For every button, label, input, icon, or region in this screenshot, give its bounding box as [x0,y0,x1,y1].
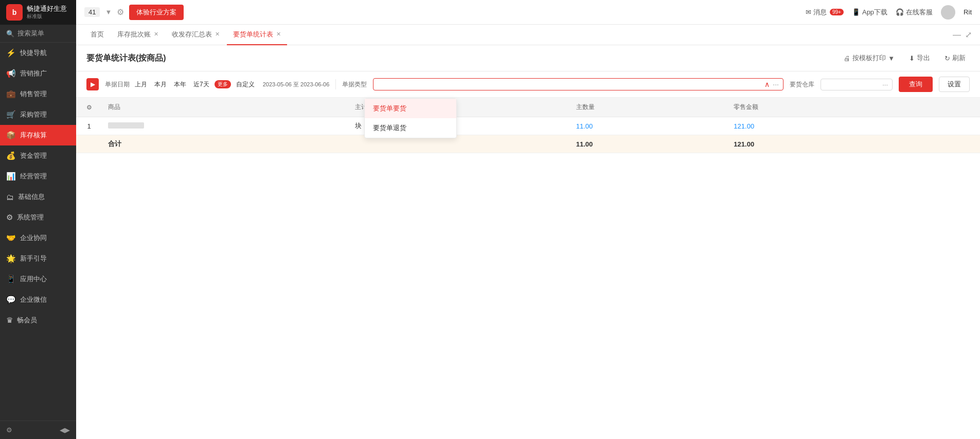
tab-inventory-batch[interactable]: 库存批次账 ✕ [111,25,165,45]
search-icon: 🔍 [6,30,14,38]
sidebar-item-basic-info[interactable]: 🗂 基础信息 [0,187,76,207]
tab-order-stats[interactable]: 要货单统计表 ✕ [227,25,287,45]
tab-receive-send[interactable]: 收发存汇总表 ✕ [166,25,226,45]
print-arrow-icon: ▼ [888,54,895,62]
content-area: 要货单统计表(按商品) 🖨 按模板打印 ▼ ⬇ 导出 ↻ 刷新 ▶ [76,45,980,439]
date-more-btn[interactable]: 更多 [215,80,231,88]
tab-home[interactable]: 首页 [84,25,110,45]
table-wrap: ⚙ 商品 主计量单位 主数量 零售金额 1 块 [76,98,980,439]
finance-icon: 💰 [6,151,16,160]
operations-icon: 📊 [6,172,16,181]
quick-nav-icon: ⚡ [6,48,16,58]
tab-label: 库存批次账 [117,30,151,39]
dropdown-item-yaohuo[interactable]: 要货单要货 [365,99,456,118]
tabs-actions: — ⤢ [953,30,972,40]
avatar[interactable] [941,5,955,20]
tab-close-icon[interactable]: ✕ [154,31,158,38]
sidebar-item-enterprise[interactable]: 🤝 企业协同 [0,228,76,248]
tab-count: 41 [84,7,100,17]
collapse-icon[interactable]: ◀▶ [60,426,70,434]
sidebar-nav: ⚡ 快捷导航 📢 营销推广 💼 销售管理 🛒 采购管理 📦 库存核算 💰 资金管… [0,43,76,420]
th-amount: 零售金额 [727,98,917,117]
filter-expand-btn[interactable]: ▶ [86,78,99,90]
purchase-icon: 🛒 [6,110,16,119]
app-download-btn[interactable]: 📱 App下载 [852,8,887,17]
filter-divider [335,79,336,89]
date-this-year[interactable]: 本年 [172,79,188,90]
table-footer-row: 合计 11.00 121.00 [76,135,980,153]
date-prev-month[interactable]: 上月 [133,79,149,90]
page-actions: 🖨 按模板打印 ▼ ⬇ 导出 ↻ 刷新 [840,51,970,65]
wechat-icon: 💬 [6,295,16,304]
sidebar-header: b 畅捷通好生意 标准版 [0,0,76,25]
refresh-label: 刷新 [952,53,966,63]
sidebar-search[interactable]: 🔍 搜索菜单 [0,25,76,43]
th-extra [917,98,980,117]
sidebar-item-guide[interactable]: 🌟 新手引导 [0,248,76,269]
sidebar-item-inventory[interactable]: 📦 库存核算 [0,125,76,145]
date-range: 2023-05-06 至 2023-06-06 [263,81,330,88]
guide-icon: 🌟 [6,254,16,263]
sidebar-item-sales[interactable]: 💼 销售管理 [0,84,76,104]
tab-close-icon[interactable]: ✕ [276,31,281,38]
sidebar-item-purchase[interactable]: 🛒 采购管理 [0,104,76,125]
refresh-btn[interactable]: ↻ 刷新 [940,51,970,65]
basic-info-icon: 🗂 [6,193,14,202]
sidebar-item-system[interactable]: ⚙ 系统管理 [0,207,76,228]
sidebar-item-label: 经营管理 [20,172,47,181]
tabs-expand-icon[interactable]: ⤢ [965,30,972,40]
print-template-btn[interactable]: 🖨 按模板打印 ▼ [840,51,899,65]
td-amount: 121.00 [727,117,917,135]
th-product: 商品 [102,98,349,117]
type-select-more-icon[interactable]: ··· [773,80,779,88]
sidebar-item-wechat[interactable]: 💬 企业微信 [0,289,76,310]
dropdown-arrow-icon[interactable]: ▼ [105,8,112,16]
dropdown-item-tuihuo[interactable]: 要货单退货 [365,118,456,138]
export-icon: ⬇ [909,54,915,62]
page-title: 要货单统计表(按商品) [86,53,166,64]
app-subtitle: 标准版 [27,13,67,20]
date-last-7-days[interactable]: 近7天 [191,79,211,90]
sidebar-item-app-center[interactable]: 📱 应用中心 [0,269,76,289]
message-btn[interactable]: ✉ 消息 99+ [806,8,844,17]
inventory-icon: 📦 [6,131,16,140]
trial-btn[interactable]: 体验行业方案 [129,5,184,20]
th-settings[interactable]: ⚙ [76,98,102,117]
warehouse-label: 要货仓库 [790,80,814,89]
topbar-settings-icon[interactable]: ⚙ [117,7,124,17]
warehouse-more-icon[interactable]: ··· [882,81,888,88]
date-custom[interactable]: 自定义 [234,79,257,90]
sidebar-item-marketing[interactable]: 📢 营销推广 [0,63,76,84]
app-center-icon: 📱 [6,275,16,284]
app-name-group: 畅捷通好生意 标准版 [27,5,67,21]
data-table: ⚙ 商品 主计量单位 主数量 零售金额 1 块 [76,98,980,153]
sidebar-item-finance[interactable]: 💰 资金管理 [0,145,76,166]
service-label: 在线客服 [906,8,933,17]
type-select[interactable]: ∧ ··· [373,78,783,90]
settings-icon[interactable]: ⚙ [6,426,12,434]
footer-extra [917,135,980,153]
sidebar-item-vip[interactable]: ♛ 畅会员 [0,310,76,331]
tabs-collapse-icon[interactable]: — [953,30,961,40]
sidebar-item-quick-nav[interactable]: ⚡ 快捷导航 [0,43,76,63]
sidebar-item-operations[interactable]: 📊 经营管理 [0,166,76,187]
sidebar-item-label: 销售管理 [20,89,47,99]
td-num: 1 [76,117,102,135]
topbar-left: 41 ▼ ⚙ 体验行业方案 [84,5,184,20]
service-btn[interactable]: 🎧 在线客服 [896,8,933,17]
td-product [102,117,349,135]
warehouse-select[interactable]: ··· [821,79,893,90]
type-select-arrow-icon[interactable]: ∧ [764,80,770,88]
td-qty: 11.00 [570,117,728,135]
footer-qty: 11.00 [570,135,728,153]
username: Rit [964,8,972,16]
query-btn[interactable]: 查询 [899,77,933,92]
app-name: 畅捷通好生意 [27,5,67,13]
filter-bar: ▶ 单据日期 上月 本月 本年 近7天 更多 自定义 2023-05-06 至 … [76,71,980,98]
setup-btn[interactable]: 设置 [939,77,970,92]
footer-empty [76,135,102,153]
tab-close-icon[interactable]: ✕ [215,31,220,38]
date-this-month[interactable]: 本月 [152,79,169,90]
export-btn[interactable]: ⬇ 导出 [905,51,934,65]
app-icon: 📱 [852,8,860,16]
